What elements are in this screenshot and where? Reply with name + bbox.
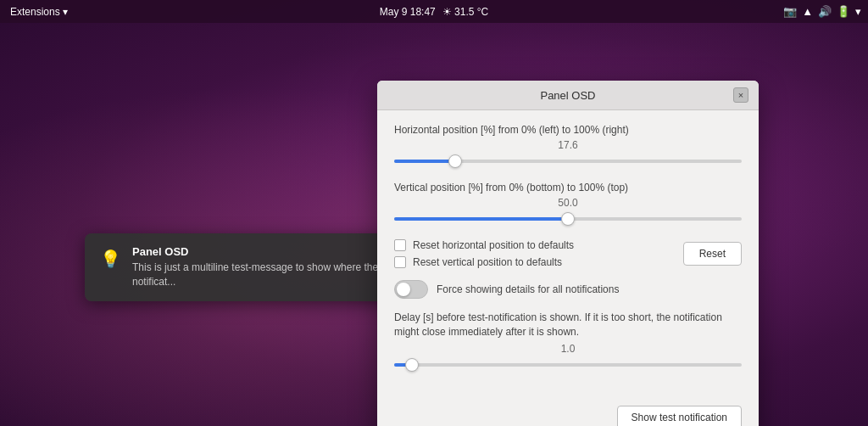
horizontal-position-row: Horizontal position [%] from 0% (left) t… [394,124,742,170]
reset-vertical-label: Reset vertical position to defaults [413,256,562,268]
vertical-slider-track[interactable] [394,217,742,221]
vertical-slider-container [394,210,742,227]
screenshot-icon[interactable]: 📷 [783,5,797,18]
notification-app-icon: 💡 [98,247,122,271]
panel-center: May 9 18:47 ☀ 31.5 °C [380,6,489,18]
dialog-footer: Show test notification [377,399,759,426]
vertical-label: Vertical position [%] from 0% (bottom) t… [394,182,742,193]
reset-vertical-checkbox[interactable] [394,256,406,268]
dialog-body: Horizontal position [%] from 0% (left) t… [377,110,759,399]
sound-icon[interactable]: 🔊 [818,5,832,18]
show-test-notification-button[interactable]: Show test notification [617,406,742,426]
force-details-row: Force showing details for all notificati… [394,280,742,299]
reset-checkboxes: Reset horizontal position to defaults Re… [394,239,670,268]
notification-popup: 💡 Panel OSD This is just a multiline tes… [85,233,407,301]
wifi-icon[interactable]: ▲ [802,5,813,18]
delay-slider-track[interactable] [394,363,742,367]
vertical-position-row: Vertical position [%] from 0% (bottom) t… [394,182,742,227]
force-details-toggle[interactable] [394,280,428,299]
horizontal-slider-track[interactable] [394,160,742,163]
reset-horizontal-checkbox[interactable] [394,239,406,251]
datetime-label: May 9 18:47 [380,6,436,18]
vertical-slider-thumb[interactable] [561,212,575,226]
delay-row: Delay [s] before test-notification is sh… [394,311,742,373]
reset-vertical-row: Reset vertical position to defaults [394,256,670,268]
extensions-label: Extensions [10,6,60,18]
panel-osd-dialog: Panel OSD × Horizontal position [%] from… [377,81,759,426]
delay-slider-thumb[interactable] [405,358,419,372]
dialog-title: Panel OSD [403,89,733,102]
notification-title: Panel OSD [132,245,393,258]
notification-content: Panel OSD This is just a multiline test-… [132,245,393,289]
toggle-knob [397,283,410,296]
horizontal-label: Horizontal position [%] from 0% (left) t… [394,124,742,136]
horizontal-value: 17.6 [394,139,742,151]
delay-slider-container [394,356,742,373]
force-details-label: Force showing details for all notificati… [437,283,619,295]
vertical-slider-fill [394,217,568,221]
reset-horizontal-row: Reset horizontal position to defaults [394,239,670,251]
delay-value: 1.0 [394,343,742,355]
battery-icon[interactable]: 🔋 [837,5,850,18]
reset-section: Reset horizontal position to defaults Re… [394,239,742,268]
extensions-button[interactable]: Extensions ▾ [7,4,71,20]
notification-body: This is just a multiline test-message to… [132,261,393,289]
horizontal-slider-fill [394,160,455,163]
reset-button[interactable]: Reset [683,242,742,266]
reset-horizontal-label: Reset horizontal position to defaults [413,239,574,251]
dialog-header: Panel OSD × [377,81,759,110]
top-panel: Extensions ▾ May 9 18:47 ☀ 31.5 °C 📷 ▲ 🔊… [0,0,868,23]
delay-label: Delay [s] before test-notification is sh… [394,311,742,339]
horizontal-slider-container [394,153,742,170]
weather-label: ☀ 31.5 °C [442,6,489,18]
horizontal-slider-thumb[interactable] [448,154,462,168]
chevron-down-icon: ▾ [63,6,68,18]
system-menu-icon[interactable]: ▾ [855,5,861,18]
panel-left: Extensions ▾ [7,4,71,20]
dialog-close-button[interactable]: × [733,87,748,103]
vertical-value: 50.0 [394,197,742,209]
panel-right: 📷 ▲ 🔊 🔋 ▾ [783,5,861,18]
